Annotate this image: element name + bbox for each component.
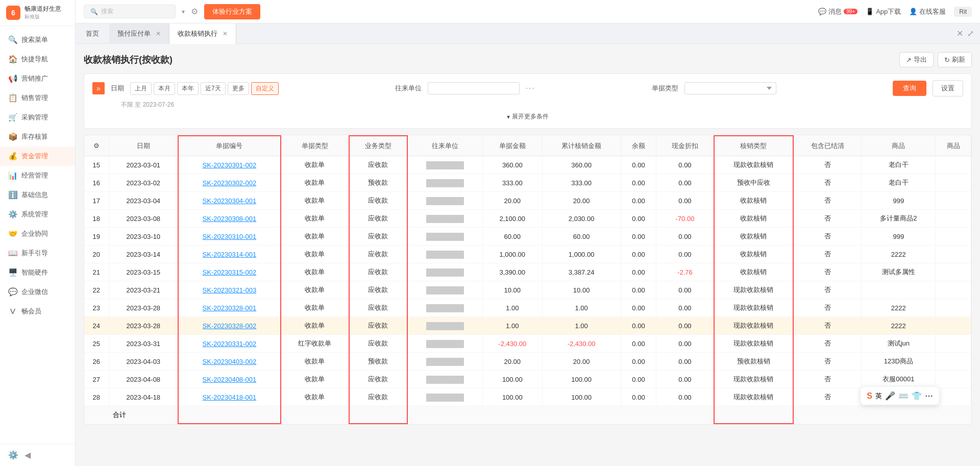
cell-2[interactable]: SK-20230315-002 [178, 263, 280, 281]
sidebar-item-inventory[interactable]: 📦 库存核算 [0, 127, 75, 146]
cell-9: -70.00 [656, 210, 714, 228]
filter-bill-type-select[interactable] [684, 82, 776, 94]
cell-11: 否 [793, 353, 862, 371]
topbar-search[interactable]: 🔍 搜索 [84, 5, 176, 18]
app-download-action[interactable]: 📱 App下载 [866, 7, 901, 16]
cell-7: 100.00 [542, 371, 621, 388]
solution-button[interactable]: 体验行业方案 [204, 4, 260, 19]
sidebar-item-basic[interactable]: ℹ️ 基础信息 [0, 185, 75, 205]
cell-3: 收款单 [281, 299, 350, 317]
filter-expand-more-button[interactable]: ▾ 展开更多条件 [507, 112, 549, 121]
filter-partner-input[interactable] [428, 82, 520, 94]
sidebar-item-purchase[interactable]: 🛒 采购管理 [0, 108, 75, 127]
cell-2[interactable]: SK-20230301-002 [178, 156, 280, 174]
finance-icon: 💰 [8, 152, 17, 161]
tab-prepay-close[interactable]: ✕ [156, 30, 161, 37]
filter-settings-button[interactable]: 设置 [933, 80, 963, 96]
system-label: 系统管理 [21, 210, 48, 219]
refresh-button[interactable]: ↻ 刷新 [938, 52, 972, 67]
cell-7: 2,030.00 [542, 210, 621, 228]
cell-2[interactable]: SK-20230308-001 [178, 210, 280, 228]
filter-row-1: » 日期 上月 本月 本年 近7天 更多 自定义 往来单位 ··· 单据类型 [92, 80, 963, 96]
close-window-icon[interactable]: ✕ [957, 29, 963, 38]
filter-date-more[interactable]: 更多 [228, 82, 249, 95]
filter-partner-dots[interactable]: ··· [526, 84, 535, 93]
collapse-icon[interactable]: ◀ [24, 450, 31, 460]
th-bill_amount: 单据金额 [482, 136, 542, 156]
keyboard-icon[interactable]: ⌨️ [898, 391, 909, 401]
table-row[interactable]: 222023-03-21SK-20230321-003收款单应收款███████… [84, 281, 971, 299]
cell-2[interactable]: SK-20230304-001 [178, 192, 280, 210]
footer-cell-1: 合计 [109, 406, 178, 424]
sidebar-item-member[interactable]: V 畅会员 [0, 302, 75, 321]
shirt-icon[interactable]: 👕 [912, 391, 922, 401]
table-row[interactable]: 232023-03-28SK-20230328-001收款单应收款███████… [84, 299, 971, 317]
filter-expand-button[interactable]: » [92, 82, 105, 94]
sidebar-item-quick-nav[interactable]: 🏠 快捷导航 [0, 50, 75, 69]
sidebar-item-search[interactable]: 🔍 搜索菜单 [0, 30, 75, 50]
table-row[interactable]: 162023-03-02SK-20230302-002收款单预收款███████… [84, 174, 971, 192]
filter-query-button[interactable]: 查询 [893, 81, 926, 96]
tab-receipt[interactable]: 收款核销执行 ✕ [169, 23, 236, 44]
cell-4: 预收款 [349, 353, 407, 371]
table-row[interactable]: 272023-04-08SK-20230408-001收款单应收款███████… [84, 371, 971, 388]
export-button[interactable]: ↗ 导出 [899, 52, 934, 67]
settings-icon[interactable]: ⚙️ [8, 450, 18, 460]
cell-13 [936, 156, 971, 174]
sidebar-item-finance[interactable]: 💰 资金管理 [0, 146, 75, 166]
table-row[interactable]: 282023-04-18SK-20230418-001收款单应收款███████… [84, 388, 971, 406]
sidebar-item-marketing[interactable]: 📢 营销推广 [0, 69, 75, 88]
cell-5: ████████ [407, 388, 483, 406]
sidebar-item-wechat[interactable]: 💬 企业微信 [0, 282, 75, 302]
table-row[interactable]: 262023-04-03SK-20230403-002收款单预收款███████… [84, 353, 971, 371]
table-row[interactable]: 242023-03-28SK-20230328-002收款单应收款███████… [84, 317, 971, 335]
more-icon[interactable]: ⋯ [925, 391, 933, 401]
cell-2[interactable]: SK-20230408-001 [178, 371, 280, 388]
tab-receipt-close[interactable]: ✕ [223, 30, 228, 37]
sidebar-item-enterprise[interactable]: 🤝 企业协同 [0, 224, 75, 243]
sidebar-item-business[interactable]: 📊 经营管理 [0, 166, 75, 185]
th-idx: ⚙ [84, 136, 109, 156]
tab-home[interactable]: 首页 [76, 29, 109, 38]
cell-2[interactable]: SK-20230403-002 [178, 353, 280, 371]
cell-2[interactable]: SK-20230418-001 [178, 388, 280, 406]
service-action[interactable]: 👤 在线客服 [909, 7, 946, 16]
messages-action[interactable]: 💬 消息 99+ [818, 7, 857, 16]
cell-6: 20.00 [482, 353, 542, 371]
mic-icon[interactable]: 🎤 [885, 391, 895, 401]
table-row[interactable]: 252023-03-31SK-20230331-002红字收款单应收款█████… [84, 335, 971, 353]
user-menu[interactable]: Rit [954, 7, 972, 17]
cell-1: 2023-03-08 [109, 210, 178, 228]
cell-2[interactable]: SK-20230331-002 [178, 335, 280, 353]
topbar-gear-icon[interactable]: ⚙ [191, 7, 198, 16]
cell-9: 0.00 [656, 156, 714, 174]
filter-date-last-month[interactable]: 上月 [130, 82, 152, 95]
table-row[interactable]: 192023-03-10SK-20230310-001收款单应收款███████… [84, 228, 971, 246]
maximize-icon[interactable]: ⤢ [967, 29, 974, 38]
cell-2[interactable]: SK-20230310-001 [178, 228, 280, 246]
cell-2[interactable]: SK-20230314-001 [178, 246, 280, 263]
table-row[interactable]: 212023-03-15SK-20230315-002收款单应收款███████… [84, 263, 971, 281]
cell-2[interactable]: SK-20230321-003 [178, 281, 280, 299]
filter-date-7days[interactable]: 近7天 [201, 82, 226, 95]
filter-date-this-year[interactable]: 本年 [177, 82, 199, 95]
tab-prepay[interactable]: 预付应付单 ✕ [109, 23, 169, 44]
filter-date-custom[interactable]: 自定义 [251, 82, 279, 95]
cell-2[interactable]: SK-20230302-002 [178, 174, 280, 192]
table-row[interactable]: 172023-03-04SK-20230304-001收款单应收款███████… [84, 192, 971, 210]
cell-2[interactable]: SK-20230328-001 [178, 299, 280, 317]
table-row[interactable]: 182023-03-08SK-20230308-001收款单应收款███████… [84, 210, 971, 228]
sidebar-item-system[interactable]: ⚙️ 系统管理 [0, 205, 75, 224]
messages-badge: 99+ [844, 9, 857, 14]
table-row[interactable]: 152023-03-01SK-20230301-002收款单应收款███████… [84, 156, 971, 174]
cell-2[interactable]: SK-20230328-002 [178, 317, 280, 335]
filter-date-this-month[interactable]: 本月 [154, 82, 175, 95]
cell-10: 现款收款核销 [714, 317, 794, 335]
table-header: ⚙日期单据编号单据类型业务类型往来单位单据金额累计核销金额余额现金折扣核销类型包… [84, 136, 971, 156]
sidebar-item-hardware[interactable]: 🖥️ 智能硬件 [0, 263, 75, 282]
sidebar-item-sales[interactable]: 📋 销售管理 [0, 88, 75, 108]
sidebar-item-guide[interactable]: 📖 新手引导 [0, 243, 75, 263]
cell-7: 1.00 [542, 317, 621, 335]
table-row[interactable]: 202023-03-14SK-20230314-001收款单应收款███████… [84, 246, 971, 263]
table-container[interactable]: ⚙日期单据编号单据类型业务类型往来单位单据金额累计核销金额余额现金折扣核销类型包… [84, 135, 972, 425]
